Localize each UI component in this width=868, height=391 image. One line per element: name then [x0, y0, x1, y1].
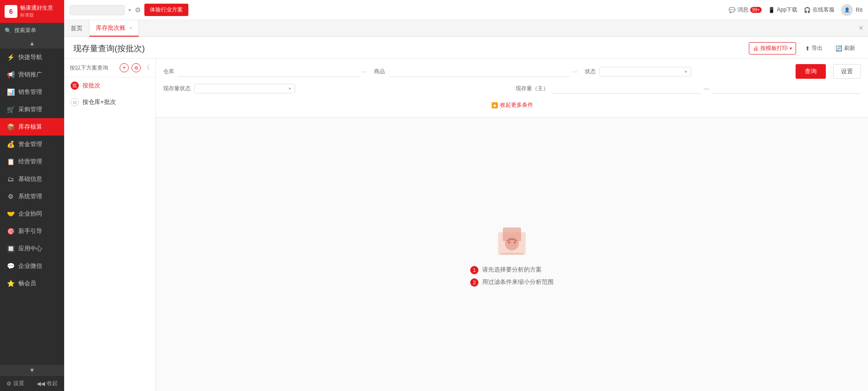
settings-btn[interactable]: 设置	[833, 64, 861, 79]
sidebar-item-operation[interactable]: 📋 经营管理	[0, 153, 64, 170]
status-chevron-icon: ▾	[685, 69, 687, 74]
tab-inventory-batch[interactable]: 库存批次账 ×	[89, 20, 139, 37]
collapse-up-icon: 🔼	[491, 102, 498, 109]
nav-label-newguide: 新手引导	[18, 227, 42, 235]
nav-icon-sales: 📊	[6, 88, 15, 96]
user-profile[interactable]: 👤 Rit	[841, 4, 863, 16]
search-label: 搜索菜单	[14, 27, 36, 34]
topbar: ▾ ⚙ 体验行业方案 💬 消息 99+ 📱 App下载 🎧 在线客服 👤 Rit	[64, 0, 868, 20]
left-panel: 按以下方案查询 + ⚙ 《 批 按批次 ⊙ 按仓库+批次	[64, 59, 156, 391]
collapse-sidebar-btn[interactable]: ◀◀ 收起	[37, 380, 58, 387]
svg-point-3	[508, 242, 510, 244]
stock-qty-filter-group: 现存量（主） —	[516, 83, 861, 94]
stock-qty-to-input[interactable]	[712, 83, 861, 94]
nav-icon-enterprise: 🤝	[6, 210, 15, 218]
nav-icon-wechat: 💬	[6, 262, 15, 270]
sidebar-item-finance[interactable]: 💰 资金管理	[0, 136, 64, 153]
status-label: 状态	[585, 68, 596, 76]
nav-label-enterprise: 企业协同	[18, 210, 42, 218]
settings-footer-btn[interactable]: ⚙ 设置	[6, 380, 24, 387]
warehouse-input[interactable]	[178, 66, 359, 77]
product-input[interactable]	[389, 66, 570, 77]
collapse-panel-icon[interactable]: 《	[143, 64, 150, 72]
sidebar-item-newguide[interactable]: 🎯 新手引导	[0, 223, 64, 240]
settings-footer-icon: ⚙	[6, 380, 11, 387]
gear-icon[interactable]: ⚙	[135, 6, 141, 14]
warehouse-dots[interactable]: ···	[361, 68, 367, 75]
product-dots[interactable]: ···	[572, 68, 577, 75]
scroll-up-btn[interactable]: ▲	[0, 38, 64, 49]
nav-icon-appcenter: 🔲	[6, 244, 15, 253]
nav-icon-inventory: 📦	[6, 123, 15, 131]
sidebar-item-purchase[interactable]: 🛒 采购管理	[0, 101, 64, 118]
stock-qty-from-input[interactable]	[552, 83, 701, 94]
sidebar-item-basic[interactable]: 🗂 基础信息	[0, 170, 64, 188]
app-download-btn[interactable]: 📱 App下载	[768, 6, 797, 14]
app-name: 畅康通好生意	[20, 5, 53, 12]
message-btn[interactable]: 💬 消息 99+	[729, 6, 762, 14]
headset-icon: 🎧	[804, 7, 811, 13]
warehouse-filter-group: 仓库 ···	[163, 66, 367, 77]
export-icon: ⬆	[805, 45, 810, 52]
plan-item-by-batch[interactable]: 批 按批次	[64, 77, 155, 94]
print-btn[interactable]: 🖨 按模板打印 ▾	[749, 42, 796, 54]
export-btn[interactable]: ⬆ 导出	[802, 43, 826, 54]
sidebar-item-marketing[interactable]: 📢 营销推广	[0, 66, 64, 83]
add-plan-btn[interactable]: +	[120, 63, 129, 72]
plan-label-by-batch: 按批次	[82, 81, 100, 90]
online-service-btn[interactable]: 🎧 在线客服	[804, 6, 835, 14]
search-menu[interactable]: 🔍 搜索菜单	[0, 23, 64, 38]
print-chevron-icon: ▾	[790, 46, 792, 51]
nav-icon-basic: 🗂	[6, 175, 15, 183]
nav-label-marketing: 营销推广	[18, 71, 42, 79]
sidebar-item-system[interactable]: ⚙ 系统管理	[0, 188, 64, 205]
tab-home[interactable]: 首页	[64, 20, 89, 37]
sidebar-item-wechat[interactable]: 💬 企业微信	[0, 257, 64, 275]
try-industry-btn[interactable]: 体验行业方案	[144, 4, 188, 16]
nav-label-purchase: 采购管理	[18, 105, 42, 114]
sidebar-item-member[interactable]: ⭐ 畅会员	[0, 275, 64, 292]
left-panel-header: 按以下方案查询 + ⚙ 《	[64, 59, 155, 77]
nav-label-sales: 销售管理	[18, 88, 42, 96]
sidebar-item-sales[interactable]: 📊 销售管理	[0, 83, 64, 101]
page-title: 现存量查询(按批次)	[73, 43, 145, 54]
left-panel-icons: + ⚙ 《	[120, 63, 150, 72]
sidebar-header: 6 畅康通好生意 标准版	[0, 0, 64, 23]
nav-icon-system: ⚙	[6, 192, 15, 201]
sidebar-item-enterprise[interactable]: 🤝 企业协同	[0, 205, 64, 223]
sidebar-item-inventory[interactable]: 📦 库存核算	[0, 118, 64, 136]
plan-label-by-warehouse-batch: 按仓库+批次	[82, 98, 116, 106]
breadcrumb-input[interactable]	[70, 5, 125, 15]
phone-icon: 📱	[768, 7, 775, 13]
close-all-tabs-btn[interactable]: ×	[858, 23, 863, 33]
nav-label-inventory: 库存核算	[18, 123, 42, 131]
tab-close-icon[interactable]: ×	[129, 25, 132, 31]
filter-row-1: 仓库 ··· 商品 ··· 状态	[163, 64, 861, 79]
empty-state: 1 请先选择要分析的方案 2 用过滤条件来缩小分析范围	[156, 118, 868, 391]
stock-status-chevron-icon: ▾	[289, 86, 291, 91]
refresh-btn[interactable]: 🔄 刷新	[832, 43, 859, 54]
sidebar-item-appcenter[interactable]: 🔲 应用中心	[0, 240, 64, 257]
message-badge: 99+	[750, 7, 762, 13]
plan-item-by-warehouse-batch[interactable]: ⊙ 按仓库+批次	[64, 94, 155, 110]
status-select[interactable]: ▾	[599, 67, 691, 76]
search-icon: 🔍	[5, 27, 11, 34]
empty-icon	[489, 218, 535, 264]
stock-qty-label: 现存量（主）	[516, 85, 549, 92]
plan-icon-by-warehouse-batch: ⊙	[71, 98, 79, 106]
sidebar-item-shortcut[interactable]: ⚡ 快捷导航	[0, 49, 64, 66]
scroll-down-btn[interactable]: ▼	[0, 365, 64, 375]
query-btn[interactable]: 查询	[796, 64, 826, 79]
status-filter-group: 状态 ▾	[585, 67, 788, 76]
empty-instructions: 1 请先选择要分析的方案 2 用过滤条件来缩小分析范围	[470, 266, 554, 290]
filter-bar: 仓库 ··· 商品 ··· 状态	[156, 59, 868, 118]
page-actions: 🖨 按模板打印 ▾ ⬆ 导出 🔄 刷新	[749, 42, 859, 54]
collapse-conditions-btn[interactable]: 🔼 收起更多条件	[163, 98, 861, 112]
nav-icon-marketing: 📢	[6, 71, 15, 79]
settings-plan-btn[interactable]: ⚙	[132, 63, 141, 72]
print-icon: 🖨	[753, 45, 758, 52]
app-version: 标准版	[20, 12, 53, 18]
stock-qty-range: —	[552, 83, 861, 94]
stock-status-select[interactable]: ▾	[194, 84, 295, 93]
page-header: 现存量查询(按批次) 🖨 按模板打印 ▾ ⬆ 导出 🔄 刷新	[64, 37, 868, 59]
